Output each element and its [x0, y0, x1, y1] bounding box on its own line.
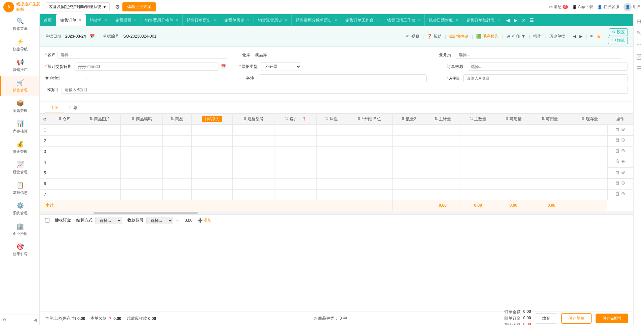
tab-detail[interactable]: 明细: [45, 103, 64, 113]
copy-icon[interactable]: ⊕: [621, 180, 625, 188]
tab-sales-summary[interactable]: 销售订单统计表 ×: [462, 14, 504, 26]
tab-sales-fee-split[interactable]: 销售费用分摊单 ×: [141, 14, 183, 26]
profit-forecast-button[interactable]: 💹 毛利预告: [476, 34, 499, 39]
add-button[interactable]: ➕ 添加: [198, 217, 212, 223]
address-more-button[interactable]: ···: [83, 76, 87, 81]
tab-prev-button[interactable]: ◀: [504, 17, 512, 23]
delete-icon[interactable]: 🗑: [615, 169, 620, 177]
tab-sales-refund-history[interactable]: 销货退货历史 ×: [254, 14, 292, 26]
a-project-input[interactable]: [463, 74, 628, 82]
messages-button[interactable]: ✉ 消息 9: [549, 4, 568, 10]
copy-icon[interactable]: ⊕: [621, 137, 625, 145]
copy-icon[interactable]: ⊕: [621, 159, 625, 166]
tab-close-icon[interactable]: ×: [134, 18, 137, 23]
system-title-selector[interactable]: 装备及固定资产辅助管理系统 ▼: [46, 2, 110, 11]
tab-close-icon[interactable]: ×: [456, 18, 458, 23]
tab-close-icon[interactable]: ×: [247, 18, 250, 23]
tab-close-icon[interactable]: ×: [335, 18, 337, 23]
date-picker-icon[interactable]: 📅: [221, 64, 226, 69]
full-view-button[interactable]: ⊞: [596, 33, 602, 39]
gear-button[interactable]: ⚙: [115, 4, 120, 10]
tab-cash-daily-workbench[interactable]: 钱货日清工作台 ×: [383, 14, 425, 26]
delete-icon[interactable]: 🗑: [615, 137, 620, 145]
one-click-checkbox[interactable]: [45, 218, 49, 222]
help-icon-small[interactable]: ❓: [302, 117, 306, 121]
app-download-button[interactable]: 📱 App下载: [572, 4, 593, 10]
sidebar-item-operations[interactable]: 📈 经营管理: [0, 158, 39, 178]
delete-icon[interactable]: 🗑: [615, 191, 620, 198]
tab-close-icon[interactable]: ×: [176, 18, 178, 23]
tab-sales-order-workbench[interactable]: 销售订单工作台 ×: [341, 14, 383, 26]
grid-view-button[interactable]: ≡: [590, 34, 593, 39]
tab-cash-reconciliation[interactable]: 钱货日清对账 ×: [425, 14, 462, 26]
tab-sales-return-history[interactable]: 销货单历史 ×: [220, 14, 254, 26]
delete-icon[interactable]: 🗑: [615, 180, 620, 188]
settings-button[interactable]: ⚙ 设置: [609, 28, 628, 36]
tab-close-icon[interactable]: ×: [105, 18, 107, 23]
tab-sales-refund[interactable]: 销货退货 ×: [111, 14, 141, 26]
copy-icon[interactable]: ⊕: [621, 191, 625, 198]
tab-sales-return[interactable]: 销货单 ×: [86, 14, 111, 26]
sidebar-item-quicknav[interactable]: ⚡ 快捷导航: [0, 35, 39, 55]
copy-icon[interactable]: ⊕: [621, 126, 625, 134]
receipt-account-select[interactable]: 选择...: [146, 217, 173, 224]
copy-icon[interactable]: ⊕: [621, 169, 625, 177]
sidebar-item-inventory[interactable]: 📊 库存核算: [0, 117, 39, 137]
tab-sales-order-history[interactable]: 销售订单历史 ×: [183, 14, 220, 26]
sidebar-item-basic[interactable]: 📋 基础信息: [0, 178, 39, 199]
sidebar-collapse-icon[interactable]: ◀: [34, 318, 37, 322]
tab-close-icon[interactable]: ×: [214, 18, 216, 23]
receipt-more-button[interactable]: ···: [176, 218, 179, 223]
next-record-button[interactable]: ▶: [579, 34, 582, 39]
tab-close-icon[interactable]: ×: [497, 18, 500, 23]
delete-icon[interactable]: 🗑: [615, 126, 620, 134]
history-button[interactable]: 历史单据: [549, 34, 565, 39]
sidebar-item-purchase[interactable]: 📦 采购管理: [0, 96, 39, 117]
online-service-button[interactable]: 👤 在线客服: [597, 4, 619, 10]
tab-sales-order[interactable]: 销售订单 ×: [56, 14, 86, 26]
industry-solution-button[interactable]: 体验行业方案: [122, 2, 156, 11]
user-menu-button[interactable]: 👤 用户: [623, 3, 641, 11]
right-icon-1[interactable]: ⊟: [635, 17, 642, 26]
operations-button[interactable]: 操作: [533, 34, 541, 39]
view-button[interactable]: 👁 视察: [406, 34, 419, 39]
tab-close-icon[interactable]: ×: [376, 18, 379, 23]
right-icon-2[interactable]: ✎: [635, 29, 642, 38]
copy-icon[interactable]: ⊕: [621, 148, 625, 155]
right-icon-5[interactable]: ☰: [635, 64, 643, 73]
delete-icon[interactable]: 🗑: [615, 148, 620, 155]
tab-close-icon[interactable]: ×: [418, 18, 420, 23]
order-source-input[interactable]: [468, 63, 628, 71]
calendar-icon[interactable]: 📅: [90, 34, 95, 39]
tab-close-all-button[interactable]: ✕: [520, 17, 528, 23]
print-dropdown-icon[interactable]: ▼: [522, 34, 526, 39]
invoice-type-select[interactable]: 不开票: [261, 62, 301, 71]
right-icon-4[interactable]: 📋: [634, 52, 644, 61]
discard-button[interactable]: 放弃: [535, 313, 557, 324]
save-draft-button[interactable]: 保存草稿: [561, 313, 592, 324]
right-icon-3[interactable]: ☆: [635, 40, 643, 49]
sidebar-item-search[interactable]: 🔍 搜索菜单: [0, 14, 39, 35]
expected-date-input[interactable]: [75, 63, 219, 71]
sidebar-item-guide[interactable]: 🎯 新手引导: [0, 240, 39, 260]
col-settings[interactable]: ⚙: [40, 114, 50, 125]
b-project-input[interactable]: [62, 86, 628, 94]
tab-menu-button[interactable]: ☰: [528, 17, 536, 23]
delete-icon[interactable]: 🗑: [615, 159, 620, 166]
scroll-bar-area[interactable]: [40, 211, 633, 214]
help-icon[interactable]: ❓: [108, 317, 112, 320]
tab-summary[interactable]: 汇总: [64, 103, 83, 113]
add-item-button[interactable]: + +物流: [608, 37, 628, 44]
sidebar-item-finance[interactable]: 💰 资金管理: [0, 137, 39, 158]
sidebar-settings-icon[interactable]: ⚙: [3, 318, 6, 322]
tab-close-icon[interactable]: ×: [285, 18, 287, 23]
warehouse-more-button[interactable]: ···: [289, 52, 293, 57]
save-new-button[interactable]: 保存&新增: [596, 314, 628, 323]
customer-more-button[interactable]: ···: [231, 52, 234, 57]
sidebar-item-system[interactable]: ⚙️ 系统管理: [0, 199, 39, 219]
tab-close-icon[interactable]: ×: [79, 18, 81, 23]
tab-home[interactable]: 首页: [40, 14, 56, 26]
print-button[interactable]: 🖨 打印 ▼: [507, 34, 526, 39]
prev-record-button[interactable]: ◀: [573, 34, 576, 39]
sidebar-item-marketing[interactable]: 📢 营销推广: [0, 55, 39, 76]
